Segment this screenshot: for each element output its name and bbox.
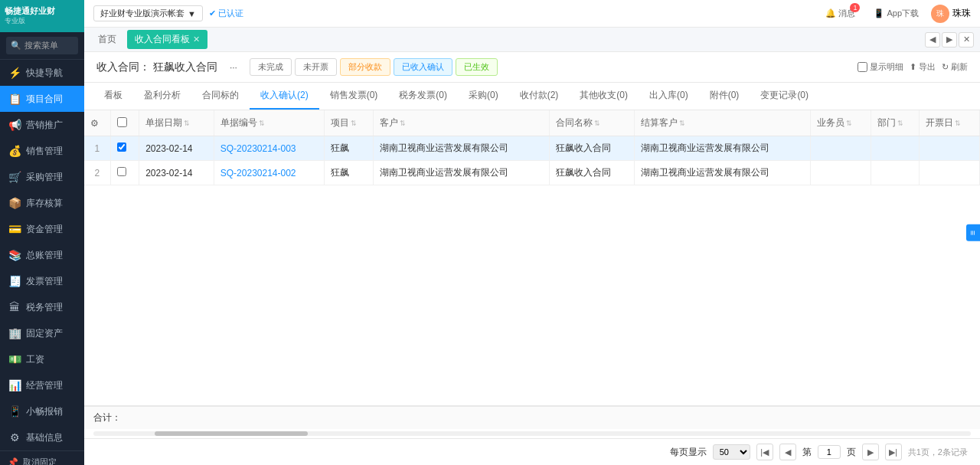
row-select-checkbox[interactable] (117, 167, 126, 176)
tab-hetiaode[interactable]: 合同标的 (191, 83, 250, 110)
tab-close-icon[interactable]: ✕ (193, 34, 200, 44)
sidebar-footer: 📌 取消固定 (0, 450, 84, 465)
document-link[interactable]: SQ-20230214-003 (220, 143, 296, 154)
col-project[interactable]: 项目⇅ (325, 110, 374, 136)
page-input[interactable] (818, 445, 841, 459)
tab-biangeng[interactable]: 变更记录(0) (750, 83, 819, 110)
sidebar-item-kuaijie[interactable]: ⚡快捷导航 (0, 60, 84, 86)
company-selector[interactable]: 好业财专业版演示帐套 ▼ (93, 5, 203, 21)
check-icon: ✔ (209, 8, 216, 18)
tab-home[interactable]: 首页 (90, 30, 124, 49)
message-button[interactable]: 🔔 消息 1 (825, 8, 855, 19)
page-size-select[interactable]: 50 100 200 (713, 444, 750, 460)
select-all-checkbox[interactable] (117, 117, 127, 127)
user-avatar-button[interactable]: 珠 珠珠 (931, 5, 971, 23)
tab-caigou_tab[interactable]: 采购(0) (458, 83, 509, 110)
tab-fujian[interactable]: 附件(0) (699, 83, 750, 110)
col-jiesuan_customer[interactable]: 结算客户⇅ (634, 110, 811, 136)
first-page-button[interactable]: |◀ (756, 444, 773, 460)
tab-shoukuan[interactable]: 收付款(2) (509, 83, 570, 110)
status-btn-weiwancheng[interactable]: 未完成 (250, 58, 292, 76)
col-customer[interactable]: 客户⇅ (373, 110, 550, 136)
col-department[interactable]: 部门⇅ (871, 110, 920, 136)
col-open_date[interactable]: 开票日⇅ (920, 110, 980, 136)
tab-bar: 首页 收入合同看板 ✕ ◀ ▶ ✕ (84, 28, 980, 52)
status-btn-yishengxiao[interactable]: 已生效 (456, 58, 498, 76)
sidebar-item-gudingzichan[interactable]: 🏢固定资产 (0, 320, 84, 346)
sidebar-item-zongzhang[interactable]: 📚总账管理 (0, 242, 84, 268)
col-contract_name[interactable]: 合同名称⇅ (550, 110, 635, 136)
next-page-button[interactable]: ▶ (862, 444, 879, 460)
export-button[interactable]: ⬆ 导出 (910, 61, 936, 73)
sidebar-footer-cancel-pin[interactable]: 📌 取消固定 (0, 451, 84, 465)
app-download-button[interactable]: 📱 App下载 (874, 8, 919, 19)
col-salesperson[interactable]: 业务员⇅ (811, 110, 871, 136)
shuiwu-icon: 🏛 (8, 300, 21, 314)
tab-lirun[interactable]: 盈利分析 (133, 83, 191, 110)
status-btn-weikailiao[interactable]: 未开票 (295, 58, 337, 76)
sidebar-item-xiaocheng[interactable]: 📱小畅报销 (0, 398, 84, 424)
tabs-nav: 看板盈利分析合同标的收入确认(2)销售发票(0)税务发票(0)采购(0)收付款(… (84, 83, 980, 110)
main-table: ⚙单据日期⇅单据编号⇅项目⇅客户⇅合同名称⇅结算客户⇅业务员⇅部门⇅开票日⇅ 1… (84, 110, 980, 185)
pin-icon: 📌 (8, 457, 18, 465)
row-number-link[interactable]: SQ-20230214-002 (214, 161, 324, 185)
row-select-checkbox[interactable] (117, 142, 126, 152)
sidebar-item-gongzi[interactable]: 💵工资 (0, 346, 84, 372)
zongzhang-icon: 📚 (8, 248, 21, 262)
prev-tab-button[interactable]: ◀ (925, 32, 940, 47)
sidebar-item-kucun[interactable]: 📦库存核算 (0, 190, 84, 216)
prev-page-button[interactable]: ◀ (779, 444, 796, 460)
scroll-thumb[interactable] (155, 431, 308, 436)
col-settings: ⚙ (84, 110, 110, 136)
tab-shuiwu_fapiao[interactable]: 税务发票(0) (388, 83, 458, 110)
row-cell (811, 136, 871, 161)
xiaoshou-icon: 💰 (8, 144, 21, 158)
more-options-button[interactable]: ··· (225, 61, 242, 74)
row-checkbox-cell[interactable] (110, 161, 139, 185)
right-panel-toggle[interactable]: ≡ (966, 224, 980, 241)
col-number[interactable]: 单据编号⇅ (214, 110, 324, 136)
kucun-icon: 📦 (8, 196, 21, 210)
row-number-link[interactable]: SQ-20230214-003 (214, 136, 324, 161)
page-label-before: 第 (802, 446, 812, 459)
tab-churu_ku[interactable]: 出入库(0) (639, 83, 699, 110)
tab-qita_shoukuan[interactable]: 其他收支(0) (569, 83, 639, 110)
last-page-button[interactable]: ▶| (885, 444, 902, 460)
sidebar-item-zijin[interactable]: 💳资金管理 (0, 216, 84, 242)
row-cell: 狂飙 (325, 161, 374, 185)
table-settings-icon[interactable]: ⚙ (90, 118, 99, 129)
gongzi-icon: 💵 (8, 352, 21, 366)
scroll-track (93, 431, 971, 436)
document-link[interactable]: SQ-20230214-002 (220, 168, 296, 178)
table-row[interactable]: 22023-02-14SQ-20230214-002狂飙湖南卫视商业运营发展有限… (84, 161, 980, 185)
tab-shouru_confirm[interactable]: 收入确认(2) (250, 83, 319, 110)
row-cell: 湖南卫视商业运营发展有限公司 (634, 136, 811, 161)
sidebar-item-caigou[interactable]: 🛒采购管理 (0, 164, 84, 190)
sidebar-item-yingxiao[interactable]: 📢营销推广 (0, 112, 84, 138)
status-btn-yiqueren[interactable]: 已收入确认 (394, 58, 452, 76)
close-tab-button[interactable]: ✕ (959, 32, 974, 47)
sidebar-item-xiangmu[interactable]: 📋项目合同 (0, 86, 84, 112)
tab-xiaoshou_fapiao[interactable]: 销售发票(0) (319, 83, 389, 110)
table-row[interactable]: 12023-02-14SQ-20230214-003狂飙湖南卫视商业运营发展有限… (84, 136, 980, 161)
row-number: 1 (84, 136, 110, 161)
sidebar-item-fapiao[interactable]: 🧾发票管理 (0, 268, 84, 294)
sidebar-nav: ⚡快捷导航📋项目合同📢营销推广💰销售管理🛒采购管理📦库存核算💳资金管理📚总账管理… (0, 60, 84, 450)
tab-shouru-kanban[interactable]: 收入合同看板 ✕ (127, 30, 207, 49)
sidebar-item-shuiwu[interactable]: 🏛税务管理 (0, 294, 84, 320)
status-btn-bushoukuan[interactable]: 部分收款 (340, 58, 390, 76)
sidebar-item-xiaoshou[interactable]: 💰销售管理 (0, 138, 84, 164)
row-checkbox-cell[interactable] (110, 136, 139, 161)
sidebar-item-jingying[interactable]: 📊经营管理 (0, 372, 84, 398)
tab-kanban[interactable]: 看板 (93, 83, 133, 110)
search-menu-button[interactable]: 🔍 搜索菜单 (6, 37, 78, 54)
sidebar-item-jichu[interactable]: ⚙基础信息 (0, 424, 84, 450)
next-tab-button[interactable]: ▶ (942, 32, 957, 47)
show-detail-checkbox[interactable] (858, 62, 867, 72)
col-date[interactable]: 单据日期⇅ (139, 110, 214, 136)
row-cell (811, 161, 871, 185)
show-detail-checkbox-area[interactable]: 显示明细 (858, 61, 903, 73)
horizontal-scrollbar[interactable] (84, 429, 980, 438)
refresh-button[interactable]: ↻ 刷新 (942, 61, 968, 73)
jichu-icon: ⚙ (8, 431, 21, 444)
